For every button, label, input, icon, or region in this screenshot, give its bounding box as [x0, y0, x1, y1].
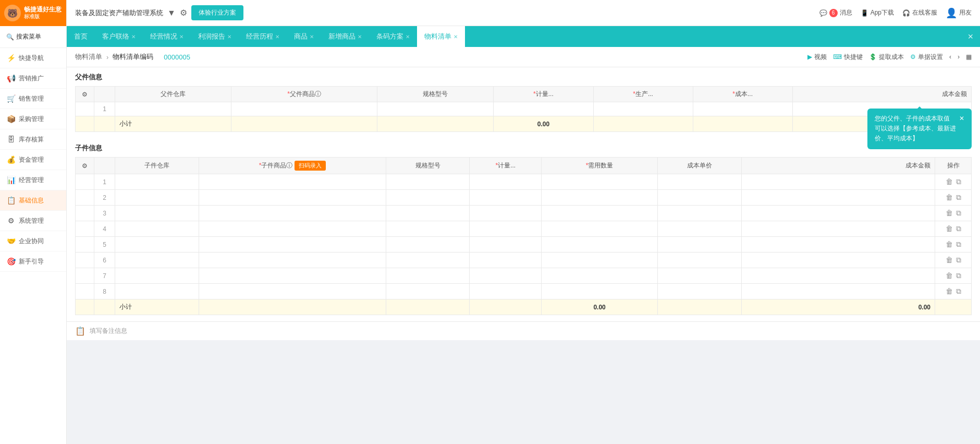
sidebar-item-enterprise[interactable]: 🤝 企业协同	[0, 231, 66, 251]
delete-icon[interactable]: 🗑	[946, 177, 953, 186]
search-menu-button[interactable]: 🔍 搜索菜单	[4, 30, 62, 43]
copy-icon[interactable]: ⧉	[956, 240, 961, 249]
message-action[interactable]: 💬 6 消息	[819, 8, 852, 17]
online-service-action[interactable]: 🎧 在线客服	[902, 8, 937, 17]
delete-icon[interactable]: 🗑	[946, 224, 953, 233]
copy-icon[interactable]: ⧉	[956, 271, 961, 280]
tab-close-business[interactable]: ✕	[179, 34, 183, 40]
nav-tab-history[interactable]: 经营历程 ✕	[239, 26, 287, 47]
tab-label: 首页	[74, 32, 88, 41]
delete-icon[interactable]: 🗑	[946, 256, 953, 265]
shortcut-label: 快捷键	[844, 53, 863, 62]
table-row: 3 🗑 ⧉	[76, 206, 972, 221]
main-area: 装备及固定资产辅助管理系统 ▼ ⚙ 体验行业方案 💬 6 消息 📱 App下载 …	[67, 0, 980, 444]
nav-tab-bom[interactable]: 物料清单 ✕	[417, 26, 465, 47]
shortcut-action[interactable]: ⌨ 快捷键	[833, 53, 863, 62]
parent-col-num	[94, 87, 115, 102]
sales-icon: 🛒	[6, 94, 16, 103]
play-icon: ▶	[807, 53, 812, 61]
sidebar-item-purchase[interactable]: 📦 采购管理	[0, 109, 66, 129]
sidebar-item-guide[interactable]: 🎯 新手引导	[0, 251, 66, 272]
user-label: 用友	[959, 8, 972, 17]
trial-button[interactable]: 体验行业方案	[191, 5, 243, 20]
tab-close-barcode[interactable]: ✕	[406, 34, 410, 40]
parent-subtotal-row: 小计 0.00 0.00	[76, 116, 972, 132]
user-action[interactable]: 👤 用友	[946, 7, 972, 19]
child-col-settings: ⚙	[76, 158, 94, 174]
sidebar-item-label: 新手引导	[19, 257, 44, 266]
settings-action[interactable]: ⚙ 单据设置	[910, 53, 943, 62]
settings-button[interactable]: ▼	[167, 8, 176, 18]
note-placeholder[interactable]: 填写备注信息	[90, 327, 127, 335]
child-col-qty: *需用数量	[542, 158, 658, 174]
delete-icon[interactable]: 🗑	[946, 209, 953, 218]
sidebar: 🐻 畅捷通好生意 标准版 🔍 搜索菜单 ⚡ 快捷导航 📢 营销推广 🛒 销售管理…	[0, 0, 67, 444]
tooltip-close-btn[interactable]: ✕	[959, 114, 964, 124]
sidebar-item-quick-nav[interactable]: ⚡ 快捷导航	[0, 48, 66, 68]
app-subtitle: 标准版	[24, 13, 62, 20]
table-row: 5 🗑 ⧉	[76, 237, 972, 253]
copy-icon[interactable]: ⧉	[956, 193, 961, 202]
nav-tab-home[interactable]: 首页	[67, 26, 95, 47]
delete-icon[interactable]: 🗑	[946, 287, 953, 296]
nav-tab-product[interactable]: 商品 ✕	[287, 26, 321, 47]
tab-close-bom[interactable]: ✕	[454, 34, 458, 40]
sidebar-item-marketing[interactable]: 📢 营销推广	[0, 68, 66, 89]
child-col-action: 操作	[935, 158, 972, 174]
marketing-icon: 📢	[6, 74, 16, 83]
sidebar-item-inventory[interactable]: 🗄 库存核算	[0, 129, 66, 150]
sidebar-search[interactable]: 🔍 搜索菜单	[0, 26, 66, 48]
delete-icon[interactable]: 🗑	[946, 240, 953, 249]
nav-tab-barcode[interactable]: 条码方案 ✕	[369, 26, 417, 47]
delete-icon[interactable]: 🗑	[946, 193, 953, 202]
breadcrumb-home[interactable]: 物料清单	[75, 52, 102, 62]
copy-icon[interactable]: ⧉	[956, 209, 961, 218]
tab-close-product[interactable]: ✕	[310, 34, 314, 40]
cost-action[interactable]: 💲 提取成本	[869, 53, 904, 62]
system-icon: ⚙	[6, 216, 16, 225]
table-row: 6 🗑 ⧉	[76, 253, 972, 268]
delete-icon[interactable]: 🗑	[946, 271, 953, 280]
message-badge: 6	[829, 9, 838, 17]
sidebar-item-finance[interactable]: 💰 资金管理	[0, 150, 66, 170]
app-download-action[interactable]: 📱 App下载	[861, 8, 894, 17]
settings-label: 单据设置	[918, 53, 943, 62]
nav-tab-business[interactable]: 经营情况 ✕	[143, 26, 191, 47]
app-download-label: App下载	[871, 8, 894, 17]
view-action[interactable]: ▶ 视频	[807, 53, 827, 62]
tab-close-profit[interactable]: ✕	[227, 34, 231, 40]
tab-close-new-product[interactable]: ✕	[358, 34, 362, 40]
table-row: 2 🗑 ⧉	[76, 190, 972, 206]
nav-tab-customer[interactable]: 客户联络 ✕	[95, 26, 143, 47]
nav-tab-profit[interactable]: 利润报告 ✕	[191, 26, 239, 47]
copy-icon[interactable]: ⧉	[956, 177, 961, 186]
tab-close-customer[interactable]: ✕	[131, 34, 136, 40]
system-title: 装备及固定资产辅助管理系统	[75, 8, 163, 18]
next-action[interactable]: ›	[958, 53, 960, 61]
close-all-tabs[interactable]: ✕	[961, 32, 980, 41]
copy-icon[interactable]: ⧉	[956, 256, 961, 265]
app-title: 畅捷通好生意	[24, 6, 62, 13]
scan-input-btn[interactable]: 扫码录入	[295, 161, 326, 171]
sidebar-nav: ⚡ 快捷导航 📢 营销推广 🛒 销售管理 📦 采购管理 🗄 库存核算 💰 资金管…	[0, 48, 66, 272]
grid-action[interactable]: ▦	[966, 53, 972, 61]
tab-label: 商品	[294, 32, 308, 41]
child-subtotal-label: 小计	[115, 299, 199, 315]
nav-tab-new-product[interactable]: 新增商品 ✕	[321, 26, 369, 47]
purchase-icon: 📦	[6, 114, 16, 124]
keyboard-icon: ⌨	[833, 53, 842, 61]
gear-button[interactable]: ⚙	[180, 8, 187, 18]
prev-action[interactable]: ‹	[949, 53, 951, 61]
sidebar-item-system[interactable]: ⚙ 系统管理	[0, 211, 66, 231]
sidebar-item-operation[interactable]: 📊 经营管理	[0, 170, 66, 190]
child-col-unit: *计量...	[470, 158, 542, 174]
page-header: 物料清单 › 物料清单编码 0000005 ▶ 视频 ⌨ 快捷键 💲	[67, 47, 980, 67]
parent-col-spec: 规格型号	[377, 87, 494, 102]
sidebar-item-sales[interactable]: 🛒 销售管理	[0, 89, 66, 109]
sidebar-item-basic-info[interactable]: 📋 基础信息	[0, 190, 66, 211]
user-avatar-icon: 👤	[946, 7, 957, 19]
tab-close-history[interactable]: ✕	[275, 34, 279, 40]
copy-icon[interactable]: ⧉	[956, 287, 961, 296]
child-subtotal-row: 小计 0.00 0.00	[76, 299, 972, 315]
copy-icon[interactable]: ⧉	[956, 224, 961, 233]
